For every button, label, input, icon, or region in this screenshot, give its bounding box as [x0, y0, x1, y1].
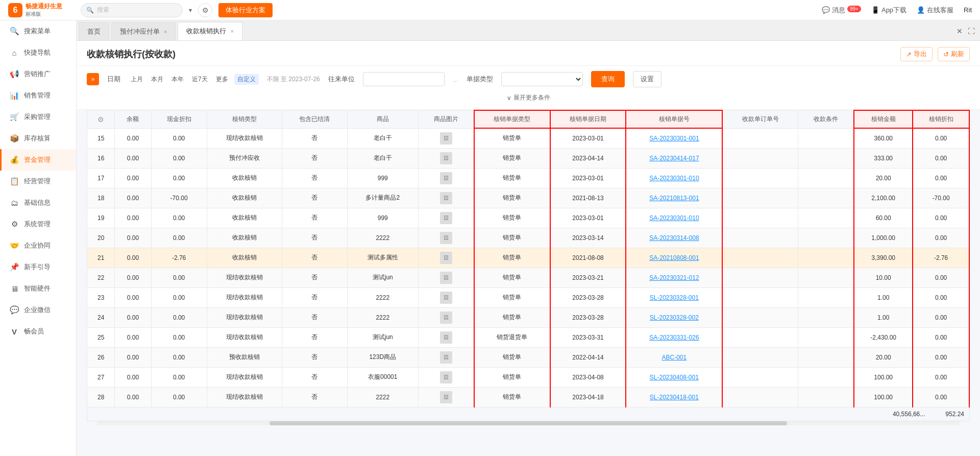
sidebar-item-basic[interactable]: 🗂 基础信息 — [0, 192, 76, 213]
expand-filter-button[interactable]: ∨ 展开更多条件 — [503, 91, 554, 104]
sidebar-item-inventory[interactable]: 📦 库存核算 — [0, 128, 76, 149]
row-report-no[interactable]: SA-20230314-008 — [626, 228, 722, 248]
row-report-no[interactable]: SL-20230408-001 — [626, 367, 722, 387]
row-cancel-amount: 20.00 — [854, 347, 913, 367]
refresh-button[interactable]: ↺ 刷新 — [938, 47, 970, 61]
sidebar-item-sales[interactable]: 📊 销售管理 — [0, 85, 76, 106]
tab-cancel[interactable]: 收款核销执行 × — [178, 22, 242, 40]
row-order-no — [722, 188, 798, 208]
search-placeholder: 搜索 — [97, 6, 109, 14]
row-report-no[interactable]: SL-20230418-001 — [626, 387, 722, 407]
table-row: 28 0.00 0.00 现结收款核销 否 2222 🖼 销货单 2023-04… — [87, 387, 970, 407]
row-report-date: 2023-03-01 — [550, 168, 626, 188]
row-report-no[interactable]: SL-20230328-001 — [626, 287, 722, 307]
from-unit-input[interactable] — [363, 72, 445, 86]
report-type-select[interactable] — [501, 72, 583, 86]
user-name[interactable]: Rit — [964, 6, 972, 14]
sidebar-item-business[interactable]: 📋 经营管理 — [0, 171, 76, 192]
sidebar-item-purchase[interactable]: 🛒 采购管理 — [0, 106, 76, 128]
row-cancel-discount: 0.00 — [913, 148, 969, 168]
settings-gear[interactable]: ⚙ — [198, 3, 212, 17]
row-report-no[interactable]: SA-20210813-001 — [626, 188, 722, 208]
sidebar-item-finance[interactable]: 💰 资金管理 — [0, 149, 76, 171]
row-order-no — [722, 248, 798, 268]
expand-label: 展开更多条件 — [513, 93, 550, 102]
main-layout: 🔍 搜索菜单 ⌂ 快捷导航 📢 营销推广 📊 销售管理 🛒 采购管理 📦 库存核… — [0, 20, 980, 456]
row-report-no[interactable]: SA-20230301-010 — [626, 208, 722, 228]
last-month-option[interactable]: 上月 — [129, 74, 145, 85]
row-order-no — [722, 228, 798, 248]
sidebar-item-hardware[interactable]: 🖥 智能硬件 — [0, 278, 76, 299]
sidebar-item-member[interactable]: V 畅会员 — [0, 321, 76, 342]
row-report-no[interactable]: SA-20230301-010 — [626, 168, 722, 188]
row-report-no[interactable]: SA-20230414-017 — [626, 148, 722, 168]
row-report-no[interactable]: ABC-001 — [626, 347, 722, 367]
search-box[interactable]: 🔍 搜索 — [81, 3, 183, 17]
messages-item[interactable]: 💬 消息 99+ — [822, 6, 861, 15]
tab-prepay-close[interactable]: × — [164, 29, 167, 35]
tab-prepay[interactable]: 预付冲应付单 × — [111, 22, 176, 40]
row-order-no — [722, 128, 798, 148]
row-cash-discount: 0.00 — [151, 367, 207, 387]
row-cancel-discount: 0.00 — [913, 347, 969, 367]
row-report-no[interactable]: SA-20230331-026 — [626, 327, 722, 347]
sidebar-item-beginner[interactable]: 📌 新手引导 — [0, 256, 76, 278]
tab-close-icon[interactable]: ✕ — [957, 27, 963, 35]
row-cancel-discount: 0.00 — [913, 387, 969, 407]
sidebar-member-label: 畅会员 — [24, 327, 44, 336]
row-included: 否 — [282, 168, 347, 188]
th-cancel-type: 核销类型 — [207, 110, 282, 128]
tab-home[interactable]: 首页 — [79, 22, 109, 40]
sidebar-item-system[interactable]: ⚙ 系统管理 — [0, 213, 76, 235]
filter-expand-row: ∨ 展开更多条件 — [87, 91, 970, 104]
sidebar-item-marketing[interactable]: 📢 营销推广 — [0, 63, 76, 85]
search-dropdown[interactable]: ▾ — [189, 7, 192, 14]
online-service-item[interactable]: 👤 在线客服 — [917, 6, 953, 15]
th-settings[interactable]: ⚙ — [87, 110, 115, 128]
table-header-row: ⚙ 余额 现金折扣 核销类型 包含已结清 商品 商品图片 核销单据类型 核销单据… — [87, 110, 970, 128]
last-7days-option[interactable]: 近7天 — [190, 74, 210, 85]
more-option[interactable]: 更多 — [214, 74, 230, 85]
sidebar-hardware-label: 智能硬件 — [24, 284, 51, 293]
this-month-option[interactable]: 本月 — [149, 74, 165, 85]
table-row: 24 0.00 0.00 现结收款核销 否 2222 🖼 销货单 2023-03… — [87, 307, 970, 327]
sidebar-item-nav[interactable]: ⌂ 快捷导航 — [0, 42, 76, 63]
tab-expand-icon[interactable]: ⛶ — [968, 27, 975, 35]
sidebar-item-collab[interactable]: 🤝 企业协同 — [0, 235, 76, 256]
row-report-date: 2022-04-14 — [550, 347, 626, 367]
column-settings-icon[interactable]: ⚙ — [97, 115, 104, 124]
row-cancel-amount: 1.00 — [854, 307, 913, 327]
setting-button[interactable]: 设置 — [633, 71, 662, 87]
row-report-no[interactable]: SA-20230321-012 — [626, 268, 722, 287]
sidebar-wechat-label: 企业微信 — [24, 305, 51, 315]
row-balance: 0.00 — [115, 347, 151, 367]
marketing-icon: 📢 — [10, 69, 19, 79]
row-report-no[interactable]: SA-20210808-001 — [626, 248, 722, 268]
custom-option[interactable]: 自定义 — [234, 74, 259, 85]
row-cash-discount: 0.00 — [151, 347, 207, 367]
this-year-option[interactable]: 本年 — [169, 74, 186, 85]
sidebar-item-wechat[interactable]: 💬 企业微信 — [0, 299, 76, 321]
row-report-type: 销货单 — [474, 307, 550, 327]
row-cancel-type: 收款核销 — [207, 208, 282, 228]
row-product: 2222 — [347, 387, 418, 407]
row-cancel-discount: 0.00 — [913, 128, 969, 148]
sidebar-item-search[interactable]: 🔍 搜索菜单 — [0, 20, 76, 42]
row-report-date: 2021-08-08 — [550, 248, 626, 268]
query-button[interactable]: 查询 — [591, 71, 625, 87]
industry-solution-button[interactable]: 体验行业方案 — [218, 3, 273, 17]
row-num: 27 — [87, 367, 115, 387]
app-download-item[interactable]: 📱 App下载 — [871, 6, 906, 15]
row-report-no[interactable]: SL-20230328-002 — [626, 307, 722, 327]
scrollbar-thumb[interactable] — [270, 421, 787, 425]
row-payment-term — [798, 367, 854, 387]
filter-toggle-button[interactable]: » — [87, 73, 99, 85]
tab-cancel-close[interactable]: × — [230, 28, 233, 34]
row-report-no[interactable]: SA-20230301-001 — [626, 128, 722, 148]
export-button[interactable]: ↗ 导出 — [900, 47, 933, 61]
row-cancel-discount: -70.00 — [913, 188, 969, 208]
search-menu-icon: 🔍 — [10, 27, 19, 36]
sidebar-business-label: 经营管理 — [24, 177, 51, 186]
horizontal-scrollbar[interactable] — [97, 421, 960, 425]
row-cancel-discount: -2.76 — [913, 248, 969, 268]
